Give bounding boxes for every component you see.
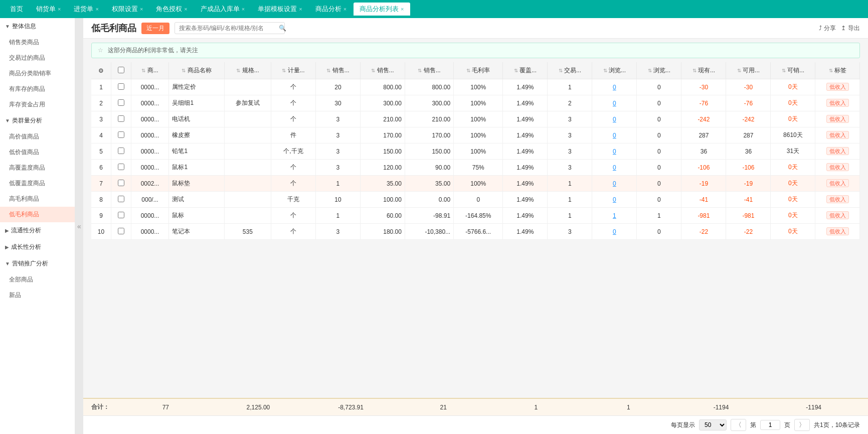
- sidebar-item-低毛利商品[interactable]: 低毛利商品: [0, 207, 75, 222]
- nav-item-角色授权[interactable]: 角色授权×: [150, 3, 193, 16]
- nav-item-产成品入库单[interactable]: 产成品入库单×: [195, 3, 251, 16]
- sidebar-item-低覆盖度商品[interactable]: 低覆盖度商品: [0, 176, 75, 191]
- col-header-code[interactable]: ⇅ 商...: [131, 62, 169, 79]
- sidebar-item-商品分类助销率[interactable]: 商品分类助销率: [0, 66, 75, 81]
- share-btn[interactable]: ⤴ 分享: [819, 24, 836, 33]
- col-sort-icon[interactable]: ⇅: [648, 68, 652, 73]
- col-sort-icon[interactable]: ⇅: [236, 68, 240, 73]
- nav-item-商品分析列表[interactable]: 商品分析列表×: [354, 3, 410, 16]
- sidebar-item-高价值商品[interactable]: 高价值商品: [0, 129, 75, 144]
- row-checkbox[interactable]: [118, 99, 124, 106]
- sidebar-item-交易过的商品[interactable]: 交易过的商品: [0, 50, 75, 66]
- col-header-sales_profit[interactable]: ⇅ 销售...: [405, 62, 453, 79]
- sidebar-group-营销推广分析[interactable]: ▼营销推广分析: [0, 255, 75, 272]
- row-checkbox[interactable]: [118, 228, 124, 234]
- search-icon[interactable]: 🔍: [279, 25, 286, 32]
- row-checkbox[interactable]: [118, 131, 124, 138]
- col-sort-icon[interactable]: ⇅: [371, 68, 375, 73]
- nav-item-权限设置[interactable]: 权限设置×: [106, 3, 149, 16]
- nav-item-首页[interactable]: 首页: [4, 3, 29, 16]
- row-checkbox[interactable]: [118, 148, 124, 154]
- views1-link[interactable]: 1: [613, 212, 616, 219]
- nav-item-销货单[interactable]: 销货单×: [30, 3, 67, 16]
- views1-link[interactable]: 0: [613, 164, 616, 171]
- col-header-checkbox[interactable]: [111, 62, 131, 79]
- views1-link[interactable]: 0: [613, 180, 616, 187]
- row-checkbox[interactable]: [118, 180, 124, 186]
- col-sort-icon[interactable]: ⇅: [141, 68, 145, 73]
- select-all-checkbox[interactable]: [118, 67, 124, 73]
- views1-link[interactable]: 0: [613, 84, 616, 91]
- next-page-btn[interactable]: 〉: [794, 419, 810, 431]
- nav-close-icon[interactable]: ×: [242, 6, 245, 12]
- row-checkbox[interactable]: [118, 212, 124, 218]
- nav-close-icon[interactable]: ×: [299, 6, 302, 12]
- views1-link[interactable]: 0: [613, 228, 616, 235]
- sidebar-group-成长性分析[interactable]: ▶成长性分析: [0, 239, 75, 255]
- nav-close-icon[interactable]: ×: [401, 6, 404, 12]
- col-header-gross_margin[interactable]: ⇅ 毛利率: [454, 62, 503, 79]
- sidebar-item-销售类商品[interactable]: 销售类商品: [0, 35, 75, 50]
- sidebar-collapse-btn[interactable]: «: [75, 18, 83, 434]
- sidebar-item-库存资金占用[interactable]: 库存资金占用: [0, 97, 75, 112]
- search-input[interactable]: [175, 22, 285, 34]
- col-sort-icon[interactable]: ⇅: [418, 68, 422, 73]
- sidebar-item-新品[interactable]: 新品: [0, 287, 75, 303]
- views1-link[interactable]: 0: [613, 132, 616, 139]
- col-sort-icon[interactable]: ⇅: [782, 68, 786, 73]
- row-checkbox[interactable]: [118, 164, 124, 170]
- sidebar-item-全部商品[interactable]: 全部商品: [0, 272, 75, 287]
- sidebar-item-高覆盖度商品[interactable]: 高覆盖度商品: [0, 160, 75, 176]
- row-checkbox[interactable]: [118, 115, 124, 122]
- col-header-sales_qty[interactable]: ⇅ 销售...: [315, 62, 360, 79]
- col-sort-icon[interactable]: ⇅: [182, 68, 186, 73]
- sidebar-item-高毛利商品[interactable]: 高毛利商品: [0, 191, 75, 207]
- nav-item-商品分析[interactable]: 商品分析×: [309, 3, 353, 16]
- col-header-transactions[interactable]: ⇅ 交易...: [548, 62, 592, 79]
- views1-link[interactable]: 0: [613, 100, 616, 107]
- sidebar-group-整体信息[interactable]: ▼整体信息: [0, 18, 75, 35]
- col-header-tag[interactable]: ⇅ 标签: [815, 62, 860, 79]
- col-header-name[interactable]: ⇅ 商品名称: [169, 62, 224, 79]
- col-header-available[interactable]: ⇅ 可用...: [726, 62, 771, 79]
- nav-close-icon[interactable]: ×: [184, 6, 187, 12]
- prev-page-btn[interactable]: 〈: [731, 419, 746, 431]
- col-sort-icon[interactable]: ⇅: [603, 68, 607, 73]
- views1-link[interactable]: 0: [613, 148, 616, 155]
- col-header-current_stock[interactable]: ⇅ 现有...: [681, 62, 726, 79]
- col-header-coverage[interactable]: ⇅ 覆盖...: [503, 62, 548, 79]
- col-header-views2[interactable]: ⇅ 浏览...: [637, 62, 681, 79]
- sidebar-item-低价值商品[interactable]: 低价值商品: [0, 144, 75, 160]
- col-header-settings[interactable]: ⚙: [91, 62, 111, 79]
- views1-link[interactable]: 0: [613, 116, 616, 123]
- col-sort-icon[interactable]: ⇅: [692, 68, 697, 73]
- col-sort-icon[interactable]: ⇅: [326, 68, 330, 73]
- nav-item-进货单[interactable]: 进货单×: [68, 3, 104, 16]
- nav-close-icon[interactable]: ×: [58, 6, 61, 12]
- col-header-spec[interactable]: ⇅ 规格...: [224, 62, 271, 79]
- settings-icon[interactable]: ⚙: [98, 67, 104, 74]
- row-checkbox[interactable]: [118, 196, 124, 202]
- col-sort-icon[interactable]: ⇅: [282, 68, 286, 73]
- filter-btn[interactable]: 近一月: [141, 23, 169, 34]
- views1-link[interactable]: 0: [613, 196, 616, 203]
- col-header-unit[interactable]: ⇅ 计量...: [271, 62, 315, 79]
- col-header-views1[interactable]: ⇅ 浏览...: [592, 62, 637, 79]
- col-sort-icon[interactable]: ⇅: [559, 68, 563, 73]
- col-header-saleable[interactable]: ⇅ 可销...: [771, 62, 815, 79]
- sidebar-group-类群量分析[interactable]: ▼类群量分析: [0, 112, 75, 129]
- col-sort-icon[interactable]: ⇅: [514, 68, 518, 73]
- sidebar-item-有库存的商品[interactable]: 有库存的商品: [0, 81, 75, 97]
- nav-item-单据模板设置[interactable]: 单据模板设置×: [252, 3, 308, 16]
- col-sort-icon[interactable]: ⇅: [466, 68, 470, 73]
- sidebar-group-流通性分析[interactable]: ▶流通性分析: [0, 222, 75, 239]
- nav-close-icon[interactable]: ×: [95, 6, 98, 12]
- nav-close-icon[interactable]: ×: [140, 6, 143, 12]
- col-sort-icon[interactable]: ⇅: [829, 68, 833, 73]
- page-input[interactable]: [760, 420, 780, 430]
- row-checkbox[interactable]: [118, 83, 124, 90]
- page-size-select[interactable]: 50 20 100: [699, 419, 727, 430]
- export-btn[interactable]: ↥ 导出: [841, 24, 860, 33]
- col-sort-icon[interactable]: ⇅: [737, 68, 741, 73]
- nav-close-icon[interactable]: ×: [343, 6, 346, 12]
